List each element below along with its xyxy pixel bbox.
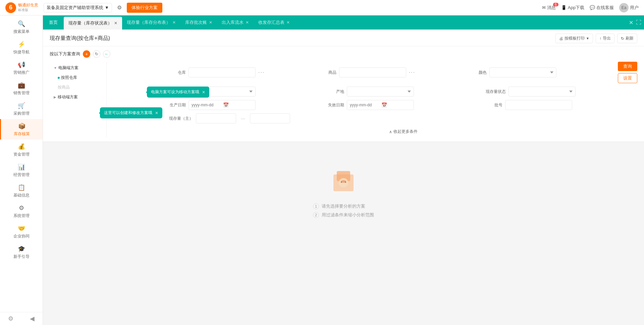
tab-home[interactable]: 首页 xyxy=(43,15,64,30)
step-2-text: 用过滤条件来缩小分析范围 xyxy=(322,212,374,218)
stock-main-min-input[interactable] xyxy=(196,113,236,123)
tooltip-scheme-mobile: 电脑方案可设为移动方案哦 ✕ xyxy=(147,87,209,98)
message-icon: ✉ xyxy=(542,5,546,10)
sidebar-item-marketing[interactable]: 📢 营销推广 xyxy=(0,58,43,78)
filter-form: 仓库 ··· 商品 ··· 颜色 xyxy=(164,62,637,137)
filter-add-button[interactable]: + xyxy=(83,50,90,58)
tab-maximize-button[interactable]: ⛶ xyxy=(636,19,641,25)
calendar-icon2[interactable]: 📅 xyxy=(381,102,387,108)
arrow-down-icon: ▼ xyxy=(586,37,589,40)
batch-label: 批号 xyxy=(486,102,502,108)
user-menu-button[interactable]: Ea 用户 xyxy=(619,3,639,12)
goods-more-icon[interactable]: ··· xyxy=(409,69,415,75)
trial-button[interactable]: 体验行业方案 xyxy=(127,3,162,13)
sidebar-collapse-button[interactable]: ◀ xyxy=(30,315,35,322)
query-button[interactable]: 查询 xyxy=(618,62,637,71)
page-title: 现存量查询(按仓库+商品) xyxy=(50,35,110,42)
tab-batch-label: 库存批次账 xyxy=(185,19,207,25)
service-icon: 💬 xyxy=(590,5,595,10)
tab-inventory-dist-label: 现存量（库存分布表） xyxy=(127,19,170,25)
tab-close-icon[interactable]: ✕ xyxy=(114,21,117,25)
produce-date-input[interactable] xyxy=(192,103,222,107)
expire-date-field: 失效日期 📅 xyxy=(327,100,479,110)
empty-steps: 1 请先选择要分析的方案 2 用过滤条件来缩小分析范围 xyxy=(313,203,374,218)
filter-row-1: 仓库 ··· 商品 ··· 颜色 xyxy=(169,62,637,83)
print-icon: 🖨 xyxy=(559,36,563,41)
collapse-button[interactable]: ∧ 收起更多条件 xyxy=(389,129,418,134)
chevron-up-icon: ∧ xyxy=(389,129,392,134)
sidebar-settings-button[interactable]: ⚙ xyxy=(8,315,13,322)
warehouse-more-icon[interactable]: ··· xyxy=(258,69,265,75)
expire-date-input[interactable] xyxy=(350,103,380,107)
step-1-num: 1 xyxy=(313,203,319,209)
logo-area: 6 畅通好生意 标准版 xyxy=(5,2,38,13)
batch-input[interactable] xyxy=(505,100,572,110)
stock-status-select[interactable] xyxy=(508,87,576,97)
filter-row-2: 尺码 产地 现存量状态 xyxy=(169,87,637,97)
warehouse-input[interactable] xyxy=(189,67,256,77)
origin-select[interactable] xyxy=(347,87,414,97)
scheme-goods-label: 按商品 xyxy=(58,85,70,90)
tab-close-icon3[interactable]: ✕ xyxy=(209,20,212,25)
logo-text-area: 畅通好生意 标准版 xyxy=(18,3,38,13)
tab-flow[interactable]: 出入库流水 ✕ xyxy=(217,15,254,30)
sidebar-item-purchase[interactable]: 🛒 采购管理 xyxy=(0,99,43,119)
print-template-button[interactable]: 🖨 按模板打印 ▼ xyxy=(555,34,593,43)
tab-inventory-status-label: 现存量（库存状况表） xyxy=(68,20,112,26)
management-icon: 📊 xyxy=(18,163,25,171)
tooltip1-close-button[interactable]: ✕ xyxy=(202,90,205,95)
online-service-button[interactable]: 💬 在线客服 xyxy=(590,5,614,11)
app-download-button[interactable]: 📱 App下载 xyxy=(561,5,584,11)
filter-back-button[interactable]: ← xyxy=(103,50,110,58)
scheme-section-mobile: ▶ 移动端方案 xyxy=(50,92,106,102)
batch-field: 批号 xyxy=(486,100,637,110)
filter-row-3: 生产日期 📅 失效日期 xyxy=(169,100,637,110)
system-selector[interactable]: 装备及固定资产辅助管理系统 ▼ xyxy=(44,3,112,12)
filter-refresh-button[interactable]: ↻ xyxy=(93,50,100,58)
export-icon: ↑ xyxy=(599,36,601,41)
tab-inventory-dist[interactable]: 现存量（库存分布表） ✕ xyxy=(122,15,180,30)
color-select[interactable] xyxy=(489,67,556,77)
tooltip2-close-button[interactable]: ✕ xyxy=(155,111,158,115)
color-label: 颜色 xyxy=(470,70,487,75)
tab-inventory-status[interactable]: 现存量（库存状况表） ✕ xyxy=(64,17,122,30)
produce-date-input-wrap: 📅 xyxy=(189,100,256,110)
system-icon: ⚙ xyxy=(19,204,24,212)
tab-close-all-button[interactable]: ✕ xyxy=(629,19,633,26)
sidebar-item-sales[interactable]: 💼 销售管理 xyxy=(0,78,43,99)
warehouse-field: 仓库 ··· xyxy=(169,67,313,77)
stock-main-label: 现存量（主） xyxy=(169,116,193,121)
divider xyxy=(43,143,644,143)
sidebar-item-inventory[interactable]: 📦 库存核算 xyxy=(0,119,43,140)
scheme-pc-label: 电脑端方案 xyxy=(58,65,78,71)
export-button[interactable]: ↑ 导出 xyxy=(596,34,614,43)
sidebar-item-management[interactable]: 📊 经营管理 xyxy=(0,160,43,180)
sidebar-item-guide[interactable]: 🎓 新手引导 xyxy=(0,242,43,262)
tab-close-icon5[interactable]: ✕ xyxy=(286,20,290,25)
sidebar-item-system[interactable]: ⚙ 系统管理 xyxy=(0,201,43,221)
sidebar-label-enterprise: 企业协同 xyxy=(13,233,30,239)
sidebar-item-enterprise[interactable]: 🤝 企业协同 xyxy=(0,221,43,242)
sidebar-item-quick-nav[interactable]: ⚡ 快捷导航 xyxy=(0,37,43,58)
logo-badge: 标准版 xyxy=(18,8,38,12)
goods-input[interactable] xyxy=(339,67,406,77)
sidebar-item-search[interactable]: 🔍 搜索菜单 xyxy=(0,17,43,37)
reset-button[interactable]: 设置 xyxy=(618,73,637,83)
scheme-warehouse-label: 按照仓库 xyxy=(61,75,77,80)
tab-summary[interactable]: 收发存汇总表 ✕ xyxy=(254,15,294,30)
tab-batch[interactable]: 库存批次账 ✕ xyxy=(180,15,217,30)
sidebar-item-finance[interactable]: 💰 资金管理 xyxy=(0,140,43,160)
refresh-button[interactable]: ↻ 刷新 xyxy=(617,34,637,43)
produce-date-label: 生产日期 xyxy=(169,102,186,108)
calendar-icon[interactable]: 📅 xyxy=(223,102,229,108)
settings-button[interactable]: ⚙ xyxy=(115,3,124,12)
sidebar-label-basic: 基础信息 xyxy=(13,193,30,198)
expire-date-input-wrap: 📅 xyxy=(347,100,414,110)
sidebar-item-basic[interactable]: 📋 基础信息 xyxy=(0,180,43,201)
tab-close-icon4[interactable]: ✕ xyxy=(246,20,249,25)
scheme-item-goods[interactable]: 按商品 xyxy=(50,83,106,92)
notification-button[interactable]: ✉ 消息 6 xyxy=(542,5,556,11)
tab-close-icon2[interactable]: ✕ xyxy=(172,20,176,25)
stock-main-max-input[interactable] xyxy=(250,113,290,123)
scheme-item-warehouse[interactable]: 按照仓库 xyxy=(50,73,106,83)
